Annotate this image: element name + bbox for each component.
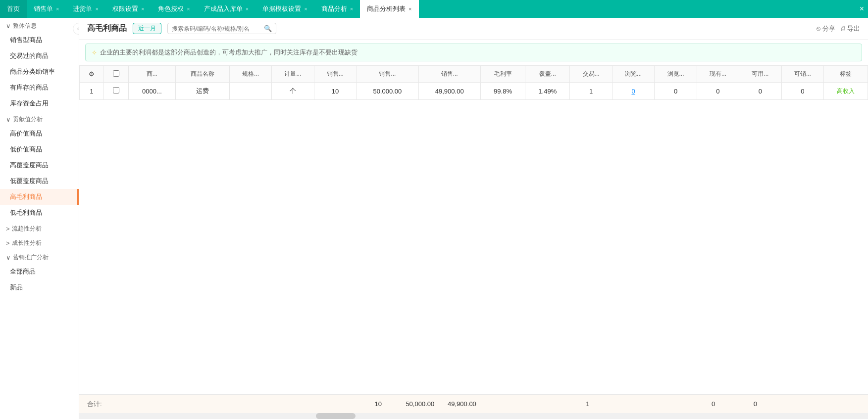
search-icon[interactable]: 🔍 bbox=[264, 25, 272, 32]
col-header-checkbox[interactable] bbox=[103, 66, 128, 83]
col-header-salesQty[interactable]: 销售... bbox=[314, 66, 356, 83]
cell-coverage: 1.49% bbox=[525, 83, 570, 100]
tag-label: 高收入 bbox=[837, 88, 855, 94]
sidebar-item-商品分类助销率[interactable]: 商品分类助销率 bbox=[0, 64, 79, 80]
footer-bar: 合计: 1050,000.0049,900.00100 bbox=[79, 394, 868, 413]
arrow-icon: > bbox=[6, 239, 10, 247]
nav-item-商品分析[interactable]: 商品分析× bbox=[314, 0, 360, 18]
sidebar-item-高覆盖度商品[interactable]: 高覆盖度商品 bbox=[0, 157, 79, 173]
sidebar-item-低价值商品[interactable]: 低价值商品 bbox=[0, 141, 79, 157]
col-header-stock2[interactable]: 可用... bbox=[739, 66, 781, 83]
data-table: ⚙商...商品名称规格...计量...销售...销售...销售...毛利率覆盖.… bbox=[79, 65, 868, 100]
col-header-salesAmt[interactable]: 销售... bbox=[357, 66, 418, 83]
cell-views1[interactable]: 0 bbox=[612, 83, 654, 100]
footer-cell-14: 0 bbox=[692, 400, 734, 408]
cell-name: 运费 bbox=[175, 83, 229, 100]
sidebar-section-整体信息[interactable]: ∨ 整体信息 bbox=[0, 18, 79, 32]
col-header-unit[interactable]: 计量... bbox=[272, 66, 314, 83]
close-app-button[interactable]: × bbox=[860, 4, 864, 13]
cell-salesQty: 10 bbox=[314, 83, 356, 100]
sidebar-item-低覆盖度商品[interactable]: 低覆盖度商品 bbox=[0, 173, 79, 189]
col-header-settings[interactable]: ⚙ bbox=[80, 66, 104, 83]
nav-item-销售单[interactable]: 销售单× bbox=[27, 0, 66, 18]
table-row: 10000...运费个1050,000.0049,900.0099.8%1.49… bbox=[80, 83, 868, 100]
cell-rowno: 1 bbox=[80, 83, 104, 100]
nav-close-icon[interactable]: × bbox=[246, 6, 249, 12]
col-header-stock1[interactable]: 现有... bbox=[697, 66, 739, 83]
nav-item-单据模板设置[interactable]: 单据模板设置× bbox=[255, 0, 314, 18]
col-header-spec[interactable]: 规格... bbox=[229, 66, 271, 83]
cell-grossRate: 99.8% bbox=[480, 83, 525, 100]
nav-item-产成品入库单[interactable]: 产成品入库单× bbox=[197, 0, 255, 18]
col-header-coverage[interactable]: 覆盖... bbox=[525, 66, 570, 83]
footer-cell-11: 1 bbox=[567, 400, 609, 408]
views-link[interactable]: 0 bbox=[631, 88, 635, 95]
top-nav: 首页销售单×进货单×权限设置×角色授权×产成品入库单×单据模板设置×商品分析×商… bbox=[0, 0, 868, 18]
info-text: 企业的主要的利润都是这部分商品创造的，可考虑加大推广，同时关注库存是不要出现缺货 bbox=[100, 48, 357, 57]
nav-item-首页[interactable]: 首页 bbox=[0, 0, 27, 18]
nav-item-角色授权[interactable]: 角色授权× bbox=[151, 0, 197, 18]
period-button[interactable]: 近一月 bbox=[133, 23, 161, 34]
sidebar-section-营销推广分析[interactable]: ∨ 营销推广分析 bbox=[0, 249, 79, 264]
nav-item-进货单[interactable]: 进货单× bbox=[66, 0, 105, 18]
nav-close-icon[interactable]: × bbox=[304, 6, 307, 12]
nav-close-icon[interactable]: × bbox=[408, 6, 411, 12]
col-header-views1[interactable]: 浏览... bbox=[612, 66, 654, 83]
cell-salesAmt: 50,000.00 bbox=[357, 83, 418, 100]
header-actions: ⎋ 分享 ⎙ 导出 bbox=[817, 24, 860, 33]
sidebar-item-销售型商品[interactable]: 销售型商品 bbox=[0, 32, 79, 48]
sidebar-item-交易过的商品[interactable]: 交易过的商品 bbox=[0, 48, 79, 64]
nav-close-icon[interactable]: × bbox=[56, 6, 59, 12]
sidebar-section-贡献值分析[interactable]: ∨ 贡献值分析 bbox=[0, 111, 79, 126]
page-title: 高毛利商品 bbox=[87, 23, 127, 34]
arrow-icon: ∨ bbox=[6, 254, 11, 261]
info-bar: ✧ 企业的主要的利润都是这部分商品创造的，可考虑加大推广，同时关注库存是不要出现… bbox=[85, 44, 862, 61]
cell-checkbox[interactable] bbox=[103, 83, 128, 100]
row-checkbox[interactable] bbox=[113, 87, 119, 93]
col-header-views2[interactable]: 浏览... bbox=[655, 66, 697, 83]
sidebar-section-流趋性分析[interactable]: > 流趋性分析 bbox=[0, 221, 79, 235]
select-all-checkbox[interactable] bbox=[113, 70, 119, 77]
table-body: 10000...运费个1050,000.0049,900.0099.8%1.49… bbox=[80, 83, 868, 100]
sidebar-item-库存资金占用[interactable]: 库存资金占用 bbox=[0, 95, 79, 111]
scrollbar-thumb[interactable] bbox=[316, 413, 356, 419]
cell-stock2: 0 bbox=[739, 83, 781, 100]
footer-label: 合计: bbox=[87, 400, 102, 409]
footer-cell-6: 10 bbox=[357, 400, 399, 408]
col-header-grossRate[interactable]: 毛利率 bbox=[480, 66, 525, 83]
col-header-transactions[interactable]: 交易... bbox=[570, 66, 612, 83]
col-header-no[interactable]: 商... bbox=[128, 66, 175, 83]
export-label: 导出 bbox=[847, 24, 860, 33]
nav-item-权限设置[interactable]: 权限设置× bbox=[105, 0, 151, 18]
export-icon: ⎙ bbox=[841, 25, 845, 32]
main-layout: « ∨ 整体信息销售型商品交易过的商品商品分类助销率有库存的商品库存资金占用∨ … bbox=[0, 18, 868, 419]
sidebar-item-高毛利商品[interactable]: 高毛利商品 bbox=[0, 189, 79, 205]
bottom-scrollbar[interactable] bbox=[79, 413, 868, 419]
sidebar-item-有库存的商品[interactable]: 有库存的商品 bbox=[0, 80, 79, 95]
col-header-salesProfit[interactable]: 销售... bbox=[418, 66, 480, 83]
nav-item-商品分析列表[interactable]: 商品分析列表× bbox=[360, 0, 418, 18]
sidebar-item-低毛利商品[interactable]: 低毛利商品 bbox=[0, 205, 79, 221]
col-header-tag[interactable]: 标签 bbox=[824, 66, 868, 83]
search-input[interactable] bbox=[172, 25, 261, 32]
nav-close-icon[interactable]: × bbox=[350, 6, 353, 12]
arrow-icon: ∨ bbox=[6, 22, 11, 30]
footer-cell-15: 0 bbox=[734, 400, 776, 408]
settings-icon[interactable]: ⚙ bbox=[89, 70, 95, 78]
sidebar-item-全部商品[interactable]: 全部商品 bbox=[0, 264, 79, 279]
sidebar-section-成长性分析[interactable]: > 成长性分析 bbox=[0, 235, 79, 249]
cell-views2: 0 bbox=[655, 83, 697, 100]
cell-tag: 高收入 bbox=[824, 83, 868, 100]
nav-close-icon[interactable]: × bbox=[141, 6, 144, 12]
share-button[interactable]: ⎋ 分享 bbox=[817, 24, 835, 33]
share-label: 分享 bbox=[822, 24, 835, 33]
footer-cell-7: 50,000.00 bbox=[399, 400, 441, 408]
nav-close-icon[interactable]: × bbox=[187, 6, 190, 12]
table-wrapper[interactable]: ⚙商...商品名称规格...计量...销售...销售...销售...毛利率覆盖.… bbox=[79, 65, 868, 394]
col-header-name[interactable]: 商品名称 bbox=[175, 66, 229, 83]
export-button[interactable]: ⎙ 导出 bbox=[841, 24, 860, 33]
sidebar-item-新品[interactable]: 新品 bbox=[0, 279, 79, 295]
nav-close-icon[interactable]: × bbox=[95, 6, 98, 12]
col-header-stock3[interactable]: 可销... bbox=[781, 66, 823, 83]
sidebar-item-高价值商品[interactable]: 高价值商品 bbox=[0, 126, 79, 141]
